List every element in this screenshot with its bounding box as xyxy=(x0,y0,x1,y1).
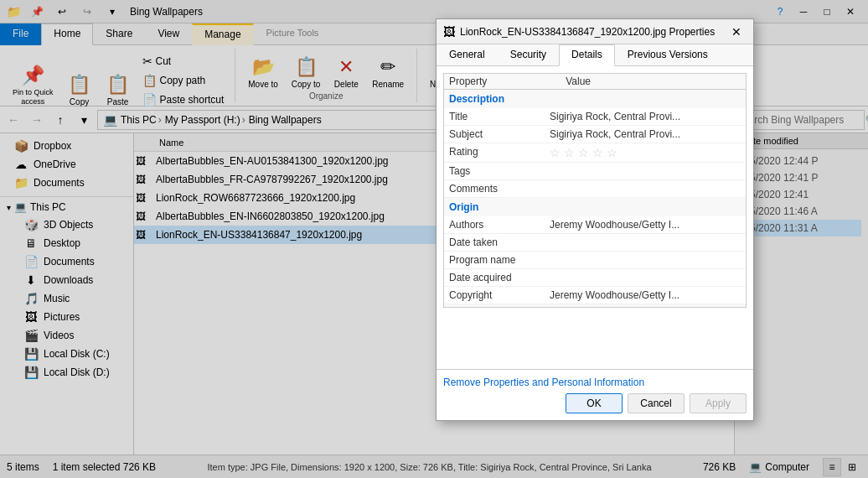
prop-row-subject: Subject Sigiriya Rock, Central Provi... xyxy=(444,126,746,143)
prop-comments-label: Comments xyxy=(444,180,545,198)
prop-authors-label: Authors xyxy=(444,216,545,234)
prop-copyright-value: Jeremy Woodhouse/Getty I... xyxy=(545,287,746,304)
prop-row-rating: Rating ☆ ☆ ☆ ☆ ☆ xyxy=(444,143,746,163)
prop-date-acquired-label: Date acquired xyxy=(444,269,545,287)
rating-stars[interactable]: ☆ ☆ ☆ ☆ ☆ xyxy=(550,146,617,159)
prop-date-acquired-value xyxy=(545,269,746,287)
description-table: Title Sigiriya Rock, Central Provi... Su… xyxy=(444,108,746,198)
tab-security[interactable]: Security xyxy=(498,44,559,66)
prop-subject-label: Subject xyxy=(444,126,545,143)
prop-row-date-acquired: Date acquired xyxy=(444,269,746,287)
prop-title-label: Title xyxy=(444,108,545,126)
prop-rating-label: Rating xyxy=(444,143,545,163)
apply-button[interactable]: Apply xyxy=(690,393,747,413)
section-image: Image xyxy=(444,304,746,308)
section-description: Description xyxy=(444,90,746,108)
ok-button[interactable]: OK xyxy=(566,393,623,413)
cancel-button[interactable]: Cancel xyxy=(628,393,685,413)
props-column-headers: Property Value xyxy=(444,74,746,90)
prop-row-program-name: Program name xyxy=(444,252,746,269)
prop-row-tags: Tags xyxy=(444,163,746,180)
dialog-overlay: 🖼 LionRock_EN-US3384136847_1920x1200.jpg… xyxy=(0,0,868,478)
dialog-content: Property Value Description Title Sigiriy… xyxy=(437,66,753,369)
section-origin: Origin xyxy=(444,198,746,216)
dialog-title-bar: 🖼 LionRock_EN-US3384136847_1920x1200.jpg… xyxy=(437,19,753,44)
properties-dialog: 🖼 LionRock_EN-US3384136847_1920x1200.jpg… xyxy=(436,18,754,421)
prop-row-comments: Comments xyxy=(444,180,746,198)
prop-program-name-value xyxy=(545,252,746,269)
tab-details[interactable]: Details xyxy=(559,44,615,66)
prop-row-title: Title Sigiriya Rock, Central Provi... xyxy=(444,108,746,126)
dialog-tabs: General Security Details Previous Versio… xyxy=(437,44,753,66)
origin-table: Authors Jeremy Woodhouse/Getty I... Date… xyxy=(444,216,746,304)
prop-tags-value[interactable] xyxy=(545,163,746,180)
prop-row-copyright: Copyright Jeremy Woodhouse/Getty I... xyxy=(444,287,746,304)
tab-previous-versions[interactable]: Previous Versions xyxy=(615,44,721,66)
dialog-buttons: OK Cancel Apply xyxy=(443,393,747,413)
properties-scroll-area[interactable]: Property Value Description Title Sigiriy… xyxy=(443,73,747,308)
remove-properties-link[interactable]: Remove Properties and Personal Informati… xyxy=(443,377,747,388)
prop-subject-value: Sigiriya Rock, Central Provi... xyxy=(545,126,746,143)
dialog-icon: 🖼 xyxy=(443,25,455,39)
prop-comments-value[interactable] xyxy=(545,180,746,198)
prop-program-name-label: Program name xyxy=(444,252,545,269)
dialog-close-button[interactable]: ✕ xyxy=(726,23,747,41)
prop-tags-label: Tags xyxy=(444,163,545,180)
prop-row-authors: Authors Jeremy Woodhouse/Getty I... xyxy=(444,216,746,234)
prop-date-taken-label: Date taken xyxy=(444,234,545,252)
dialog-footer: Remove Properties and Personal Informati… xyxy=(437,369,753,420)
col-header-property: Property xyxy=(449,75,566,87)
prop-row-date-taken: Date taken xyxy=(444,234,746,252)
prop-authors-value: Jeremy Woodhouse/Getty I... xyxy=(545,216,746,234)
tab-general[interactable]: General xyxy=(437,44,498,66)
prop-title-value: Sigiriya Rock, Central Provi... xyxy=(545,108,746,126)
prop-date-taken-value xyxy=(545,234,746,252)
prop-copyright-label: Copyright xyxy=(444,287,545,304)
col-header-value: Value xyxy=(566,75,741,87)
prop-rating-value: ☆ ☆ ☆ ☆ ☆ xyxy=(545,143,746,163)
dialog-title: LionRock_EN-US3384136847_1920x1200.jpg P… xyxy=(460,26,721,38)
